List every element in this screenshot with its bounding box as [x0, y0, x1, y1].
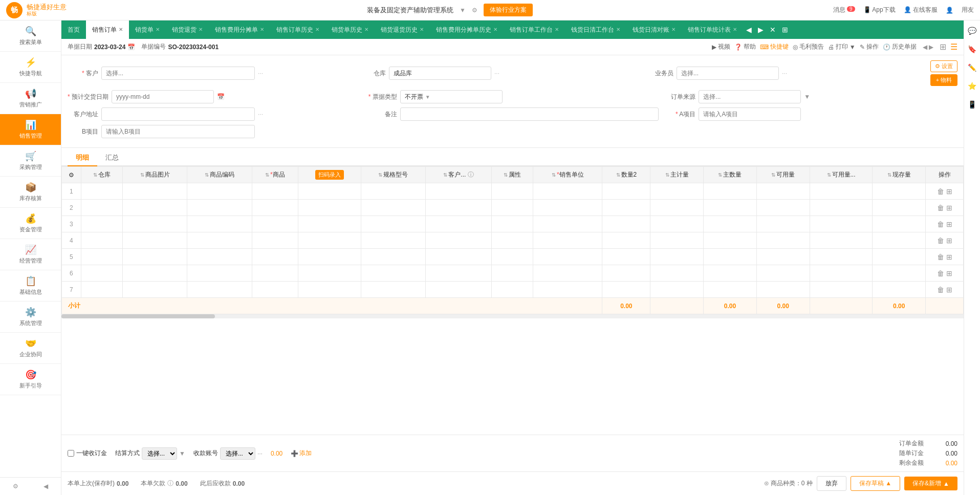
row-copy-icon[interactable]: ⊞: [946, 253, 952, 261]
tab-order-workbench[interactable]: 销售订单工作台 ✕: [504, 20, 565, 39]
sidebar-item-search[interactable]: 🔍 搜索菜单: [0, 20, 61, 52]
horizontal-scrollbar[interactable]: [61, 314, 964, 318]
sidebar-item-nav[interactable]: ⚡ 快捷导航: [0, 52, 61, 83]
col-qty2[interactable]: ⇅数量2: [602, 167, 650, 183]
history-btn[interactable]: 🕐 历史单据: [883, 42, 917, 51]
row-copy-icon[interactable]: ⊞: [946, 269, 952, 277]
scroll-thumb[interactable]: [61, 314, 215, 318]
col-code[interactable]: ⇅商品编码: [187, 167, 252, 183]
list-view-icon[interactable]: ☰: [950, 42, 957, 52]
gear-icon[interactable]: ⚙: [69, 171, 74, 179]
right-chat-icon[interactable]: 💬: [966, 25, 978, 37]
tab-close-icon[interactable]: ✕: [616, 20, 620, 39]
row-delete-icon[interactable]: 🗑: [937, 286, 944, 294]
salesperson-more-icon[interactable]: ···: [782, 70, 787, 77]
right-mobile-icon[interactable]: 📱: [966, 98, 978, 111]
view-toggle-icon[interactable]: ⊞: [940, 42, 946, 52]
tab-prev-btn[interactable]: ◀: [743, 26, 755, 34]
row-delete-icon[interactable]: 🗑: [937, 220, 944, 228]
col-current[interactable]: ⇅现存量: [873, 167, 926, 183]
delivery-date-input[interactable]: [112, 90, 214, 103]
tab-close-icon[interactable]: ✕: [156, 20, 160, 39]
forecast-btn[interactable]: ◎ 毛利预告: [793, 42, 824, 51]
col-main-unit[interactable]: ⇅主计量: [650, 167, 704, 183]
warehouse-more-icon[interactable]: ···: [494, 70, 499, 77]
address-input[interactable]: [101, 107, 255, 121]
invoice-select[interactable]: 不开票 ▼: [400, 90, 503, 103]
tab-expense[interactable]: 销售费用分摊单 ✕: [209, 20, 270, 39]
tab-order-history[interactable]: 销售订单历史 ✕: [270, 20, 325, 39]
settings-config-btn[interactable]: ⚙ 设置: [930, 60, 957, 72]
tab-close-icon[interactable]: ✕: [364, 20, 368, 39]
col-customer-code[interactable]: ⇅客户... ⓘ: [425, 167, 491, 183]
sidebar-item-system[interactable]: ⚙️ 系统管理: [0, 302, 61, 333]
save-new-arrow-icon[interactable]: ▲: [943, 480, 949, 487]
address-more-icon[interactable]: ···: [258, 111, 263, 118]
help-btn[interactable]: ❓ 帮助: [734, 42, 756, 51]
tab-sales-order[interactable]: 销售订单 ✕: [86, 20, 129, 39]
tab-close-all-btn[interactable]: ✕: [767, 26, 779, 34]
sidebar-settings-icon[interactable]: ⚙: [13, 483, 18, 490]
print-arrow-icon[interactable]: ▼: [850, 44, 856, 51]
tab-next-btn[interactable]: ▶: [755, 26, 767, 34]
detail-tab-summary[interactable]: 汇总: [97, 150, 127, 166]
b-project-input[interactable]: [101, 125, 255, 138]
row-copy-icon[interactable]: ⊞: [946, 236, 952, 245]
payment-method-select[interactable]: 选择...: [142, 447, 177, 460]
sidebar-collapse-icon[interactable]: ◀: [43, 483, 48, 490]
order-source-input[interactable]: [699, 90, 801, 103]
tab-close-icon[interactable]: ✕: [671, 20, 676, 39]
row-copy-icon[interactable]: ⊞: [946, 220, 952, 228]
tab-daily-workbench[interactable]: 钱货日清工作台 ✕: [565, 20, 626, 39]
col-available2[interactable]: ⇅可用量...: [810, 167, 873, 183]
row-delete-icon[interactable]: 🗑: [937, 253, 944, 261]
info-icon[interactable]: ⓘ: [468, 171, 474, 178]
col-spec[interactable]: ⇅规格型号: [361, 167, 425, 183]
tab-close-icon[interactable]: ✕: [555, 20, 559, 39]
row-copy-icon[interactable]: ⊞: [946, 204, 952, 212]
note-input[interactable]: [400, 107, 659, 121]
sidebar-item-collab[interactable]: 🤝 企业协同: [0, 333, 61, 364]
tab-sales-bill[interactable]: 销货单 ✕: [129, 20, 166, 39]
tab-close-icon[interactable]: ✕: [315, 20, 319, 39]
add-item-btn[interactable]: + 物料: [930, 74, 957, 86]
online-service-btn[interactable]: 👤 在线客服: [904, 6, 938, 14]
col-product[interactable]: ⇅*商品: [252, 167, 298, 183]
right-star-icon[interactable]: ⭐: [966, 80, 978, 92]
a-project-input[interactable]: [699, 107, 801, 121]
receipt-more-icon[interactable]: ···: [257, 450, 263, 457]
discard-btn[interactable]: 放弃: [817, 476, 846, 491]
row-copy-icon[interactable]: ⊞: [946, 286, 952, 294]
col-available[interactable]: ⇅可用量: [756, 167, 810, 183]
delivery-calendar-icon[interactable]: 📅: [217, 93, 225, 100]
row-delete-icon[interactable]: 🗑: [937, 236, 944, 245]
sidebar-item-basic[interactable]: 📋 基础信息: [0, 270, 61, 302]
sidebar-item-guide[interactable]: 🎯 新手引导: [0, 364, 61, 395]
salesperson-input[interactable]: [677, 67, 779, 80]
dropdown-arrow-icon[interactable]: ▼: [460, 7, 466, 14]
sidebar-item-sales[interactable]: 📊 销售管理: [0, 114, 61, 145]
row-delete-icon[interactable]: 🗑: [937, 204, 944, 212]
view-btn[interactable]: ▶ 视频: [712, 42, 730, 51]
sidebar-item-marketing[interactable]: 📢 营销推广: [0, 83, 61, 114]
notice-btn[interactable]: 消息 9: [833, 6, 855, 14]
sidebar-item-inventory[interactable]: 📦 库存核算: [0, 177, 61, 208]
add-btn[interactable]: ➕ 添加: [291, 449, 312, 458]
settings-icon[interactable]: ⚙: [472, 7, 477, 14]
tab-close-icon[interactable]: ✕: [493, 20, 497, 39]
right-bookmark-icon[interactable]: 🔖: [966, 43, 978, 55]
warehouse-input[interactable]: [389, 67, 491, 80]
sidebar-item-purchase[interactable]: 🛒 采购管理: [0, 145, 61, 177]
row-delete-icon[interactable]: 🗑: [937, 187, 944, 196]
info-icon-small[interactable]: ⓘ: [167, 479, 173, 488]
row-delete-icon[interactable]: 🗑: [937, 269, 944, 277]
detail-tab-detail[interactable]: 明细: [68, 150, 97, 166]
quick-settle-check[interactable]: [68, 450, 74, 457]
payment-more-icon[interactable]: ▼: [179, 450, 185, 457]
customer-more-icon[interactable]: ···: [258, 70, 263, 77]
customer-input[interactable]: [101, 67, 255, 80]
calendar-icon[interactable]: 📅: [127, 44, 135, 51]
tab-close-icon[interactable]: ✕: [733, 20, 737, 39]
op-btn[interactable]: ✎ 操作: [860, 42, 879, 51]
tab-close-icon[interactable]: ✕: [260, 20, 264, 39]
